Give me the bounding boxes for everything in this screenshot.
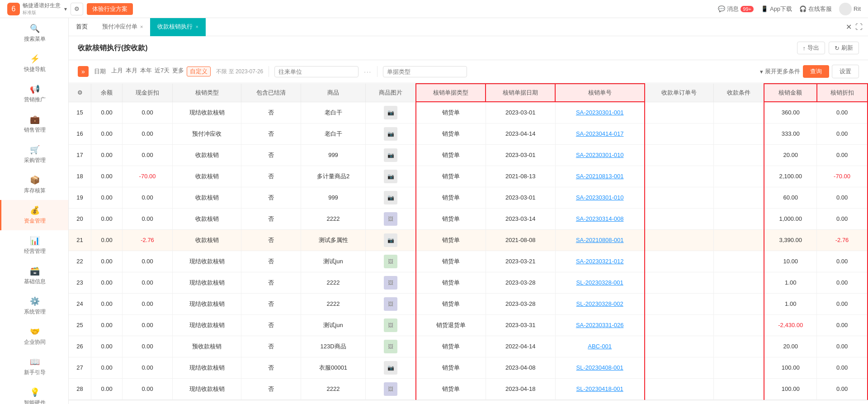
cancel-bill-no-link[interactable]: SA-20230301-001 [555,102,644,123]
date-custom[interactable]: 自定义 [187,67,211,76]
header-row: ⚙ 余额 现金折扣 核销类型 包含已结清 商品 商品图片 核销单据类型 核销单据… [69,84,868,102]
top-bar-right: 💬 消息 99+ 📱 App下载 🎧 在线客服 Rit [718,3,861,15]
table-footer: 40,556,66... 952.24 [69,400,868,404]
user-profile[interactable]: Rit [839,3,861,15]
online-service-button[interactable]: 🎧 在线客服 [799,5,832,13]
refresh-button[interactable]: ↻ 刷新 [829,42,859,54]
sidebar-item-finance[interactable]: 💰 资金管理 [0,200,68,230]
cancel-bill-no-link[interactable]: SA-20230331-026 [555,314,644,336]
date-more[interactable]: 更多 [172,67,184,76]
sidebar-label-basic: 基础信息 [24,278,46,285]
cancel-bill-no-link[interactable]: ABC-001 [555,336,644,357]
th-balance: 余额 [91,84,123,102]
sidebar-item-hardware[interactable]: 💡 智能硬件 [0,382,68,404]
sidebar-label-hardware: 智能硬件 [24,399,46,404]
expand-more-button[interactable]: ▾ 展开更多条件 [760,67,800,76]
cancel-bill-no-link[interactable]: SL-20230408-001 [555,357,644,378]
filter-expand-button[interactable]: » [78,66,89,77]
brand-name: 畅捷通谱好生意 [23,2,61,9]
query-button[interactable]: 查询 [803,65,829,78]
sidebar-item-inventory[interactable]: 📦 库存核算 [0,170,68,200]
sidebar-item-guide[interactable]: 📖 新手引导 [0,352,68,382]
date-last-month[interactable]: 上月 [111,67,123,76]
sidebar-item-marketing[interactable]: 📢 营销推广 [0,79,68,109]
app-download-label: App下载 [770,5,792,13]
table-row: 170.000.00收款核销否999📷销货单2023-03-01SA-20230… [69,144,868,166]
cancel-bill-no-link[interactable]: SA-20230314-008 [555,208,644,229]
th-cancel-amount: 核销金额 [764,84,816,102]
table-row: 250.000.00现结收款核销否测试jun🖼销货退货单2023-03-31SA… [69,314,868,336]
th-type: 核销类型 [172,84,241,102]
brand-icon: 6 [7,3,20,15]
sidebar-item-purchase[interactable]: 🛒 采购管理 [0,139,68,170]
tab-prepay-close-icon[interactable]: × [140,24,143,29]
tab-home[interactable]: 首页 [69,18,95,36]
message-icon: 💬 [718,5,725,12]
tab-receipt-cancel-close-icon[interactable]: × [195,24,198,29]
trial-industry-button[interactable]: 体验行业方案 [87,3,133,15]
expand-more-label: 展开更多条件 [765,67,800,76]
filter-settings-button[interactable]: 设置 [832,65,859,78]
date-quick-links: 上月 本月 本年 近7天 更多 自定义 [111,67,211,76]
th-receipt-order-no: 收款单订单号 [645,84,714,102]
table-row: 200.000.00收款核销否2222🖼销货单2023-03-14SA-2023… [69,208,868,229]
inventory-icon: 📦 [30,175,40,185]
cancel-bill-no-link[interactable]: SA-20210808-001 [555,229,644,251]
filter-divider-2 [377,66,377,77]
page-title: 收款核销执行(按收款) [78,43,148,53]
tab-receipt-cancel[interactable]: 收款核销执行 × [150,18,205,36]
tab-close-all-icon[interactable]: ✕ [846,23,852,31]
cancel-bill-no-link[interactable]: SA-20230414-017 [555,123,644,144]
cancel-bill-no-link[interactable]: SL-20230328-001 [555,272,644,293]
tab-bar-actions: ✕ ⛶ [846,23,868,31]
cancel-bill-no-link[interactable]: SA-20210813-001 [555,166,644,187]
cancel-bill-no-link[interactable]: SL-20230418-001 [555,378,644,399]
tab-maximize-icon[interactable]: ⛶ [855,23,863,31]
hardware-icon: 💡 [30,387,40,397]
filter-bar: » 日期 上月 本月 本年 近7天 更多 自定义 不限 至 2023-07-26… [69,60,868,83]
cancel-bill-no-link[interactable]: SA-20230301-010 [555,187,644,208]
sidebar: 🔍 搜索菜单 ⚡ 快捷导航 📢 营销推广 💼 销售管理 🛒 采购管理 📦 库存核… [0,18,69,404]
th-receipt-condition: 收款条件 [714,84,764,102]
sidebar-item-system[interactable]: ⚙️ 系统管理 [0,291,68,321]
sidebar-item-sales[interactable]: 💼 销售管理 [0,109,68,139]
purchase-icon: 🛒 [30,145,40,155]
messages-badge: 99+ [741,6,754,12]
finance-icon: 💰 [30,205,40,215]
cancel-bill-no-link[interactable]: SA-20230321-012 [555,251,644,272]
app-download-button[interactable]: 📱 App下载 [761,5,792,13]
settings-gear-icon[interactable]: ⚙ [71,3,83,15]
th-cash-discount: 现金折扣 [123,84,173,102]
tab-prepay-label: 预付冲应付单 [102,23,137,31]
cancel-bill-no-link[interactable]: SL-20230328-002 [555,293,644,314]
sidebar-item-search[interactable]: 🔍 搜索菜单 [0,18,68,48]
sidebar-item-basic[interactable]: 🗃️ 基础信息 [0,261,68,291]
sidebar-item-enterprise[interactable]: 🤝 企业协同 [0,321,68,352]
brand-dropdown-arrow[interactable]: ▾ [64,6,67,12]
online-service-label: 在线客服 [808,5,832,13]
expand-more-icon: ▾ [760,68,763,75]
messages-button[interactable]: 💬 消息 99+ [718,5,754,13]
search-icon: 🔍 [30,24,40,33]
date-this-month[interactable]: 本月 [126,67,137,76]
sidebar-item-quicknav[interactable]: ⚡ 快捷导航 [0,48,68,79]
sidebar-item-management[interactable]: 📊 经营管理 [0,230,68,261]
tab-bar: 首页 预付冲应付单 × 收款核销执行 × ✕ ⛶ [69,18,868,36]
single-type-input[interactable] [383,66,467,77]
date-filter-label: 日期 [94,67,106,76]
sidebar-label-management: 经营管理 [24,247,46,255]
sidebar-label-purchase: 采购管理 [24,157,46,164]
tab-prepay[interactable]: 预付冲应付单 × [95,18,150,36]
date-this-year[interactable]: 本年 [140,67,152,76]
date-last-7days[interactable]: 近7天 [155,67,170,76]
cancel-bill-no-link[interactable]: SA-20230301-010 [555,144,644,166]
sidebar-label-guide: 新手引导 [24,369,46,376]
export-button[interactable]: ↑ 导出 [797,42,826,54]
marketing-icon: 📢 [30,84,40,94]
counterparty-input[interactable] [274,66,359,77]
sidebar-label-search: 搜索菜单 [24,35,46,43]
data-table: ⚙ 余额 现金折扣 核销类型 包含已结清 商品 商品图片 核销单据类型 核销单据… [69,83,868,400]
brand-info: 畅捷通谱好生意 标准版 [23,2,61,16]
sales-icon: 💼 [30,114,40,124]
sidebar-label-sales: 销售管理 [24,126,46,134]
